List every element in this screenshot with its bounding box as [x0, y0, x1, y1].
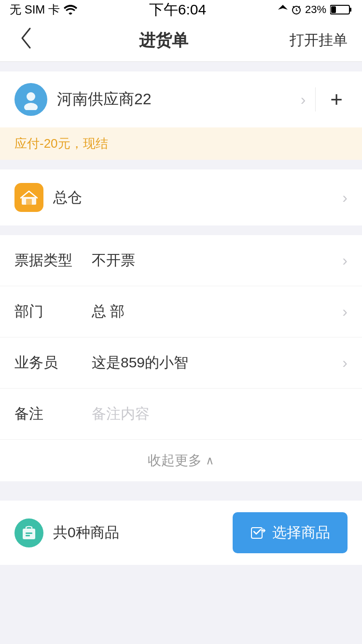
select-product-button[interactable]: 选择商品: [233, 512, 348, 553]
salesperson-chevron-icon: ›: [342, 354, 348, 372]
select-product-label: 选择商品: [272, 523, 330, 543]
notice-bar: 应付-20元，现结: [0, 127, 362, 160]
remark-value[interactable]: 备注内容: [72, 404, 348, 424]
page-background: [0, 565, 362, 644]
location-icon: [278, 5, 288, 14]
battery-text: 23%: [305, 3, 326, 16]
invoice-type-value: 不开票: [72, 251, 337, 270]
department-chevron-icon: ›: [342, 303, 348, 321]
supplier-row[interactable]: 河南供应商22 › +: [0, 71, 362, 127]
person-icon: [20, 89, 42, 110]
svg-rect-4: [331, 6, 336, 13]
section-gap-3: [0, 225, 362, 235]
remark-label: 备注: [14, 404, 72, 424]
department-row[interactable]: 部门 总 部 ›: [0, 286, 362, 337]
status-right: 23%: [278, 3, 352, 16]
add-supplier-button[interactable]: +: [325, 89, 348, 110]
supplier-avatar: [14, 83, 47, 116]
invoice-type-chevron-icon: ›: [342, 252, 348, 269]
department-value: 总 部: [72, 302, 337, 322]
warehouse-section: 总仓 ›: [0, 169, 362, 225]
salesperson-label: 业务员: [14, 353, 72, 373]
supplier-chevron-icon: ›: [301, 91, 306, 109]
svg-rect-10: [26, 532, 32, 534]
svg-rect-11: [26, 535, 30, 536]
back-button[interactable]: [14, 22, 38, 59]
svg-rect-3: [349, 8, 351, 12]
signal-text: 无 SIM 卡: [10, 2, 60, 17]
divider: [315, 87, 316, 112]
invoice-type-label: 票据类型: [14, 251, 72, 270]
page-title: 进货单: [139, 29, 188, 52]
product-info: 共0种商品: [14, 518, 119, 547]
supplier-name: 河南供应商22: [57, 89, 301, 110]
product-icon: [20, 524, 38, 542]
collapse-icon: ∧: [206, 454, 214, 467]
warehouse-icon: [20, 188, 38, 207]
status-time: 下午6:04: [149, 0, 206, 20]
wifi-icon: [64, 5, 77, 14]
status-left: 无 SIM 卡: [10, 2, 77, 17]
remark-row[interactable]: 备注 备注内容: [0, 389, 362, 439]
department-label: 部门: [14, 302, 72, 322]
bottom-bar: 共0种商品 选择商品: [0, 501, 362, 565]
section-gap-4: [0, 481, 362, 491]
select-product-icon: [250, 525, 266, 541]
salesperson-value: 这是859的小智: [72, 353, 337, 373]
salesperson-row[interactable]: 业务员 这是859的小智 ›: [0, 337, 362, 389]
battery-icon: [330, 4, 352, 15]
status-bar: 无 SIM 卡 下午6:04 23%: [0, 0, 362, 19]
svg-point-5: [27, 92, 35, 101]
collapse-bar[interactable]: 收起更多 ∧: [0, 439, 362, 481]
collapse-text: 收起更多: [148, 451, 202, 470]
svg-rect-8: [26, 199, 32, 205]
invoice-type-row[interactable]: 票据类型 不开票 ›: [0, 235, 362, 286]
warehouse-chevron-icon: ›: [342, 189, 348, 207]
form-section: 票据类型 不开票 › 部门 总 部 › 业务员 这是859的小智 › 备注 备注…: [0, 235, 362, 439]
warehouse-row[interactable]: 总仓 ›: [0, 169, 362, 225]
open-pending-button[interactable]: 打开挂单: [290, 30, 348, 50]
notice-text: 应付-20元，现结: [14, 136, 108, 151]
svg-point-6: [24, 103, 38, 110]
section-gap-2: [0, 160, 362, 169]
supplier-section: 河南供应商22 › + 应付-20元，现结: [0, 71, 362, 160]
warehouse-icon-bg: [14, 183, 43, 212]
product-count: 共0种商品: [53, 523, 119, 543]
alarm-icon: [292, 5, 301, 14]
section-gap-1: [0, 62, 362, 71]
product-icon-bg: [14, 518, 43, 547]
warehouse-name: 总仓: [53, 188, 342, 208]
nav-bar: 进货单 打开挂单: [0, 19, 362, 62]
